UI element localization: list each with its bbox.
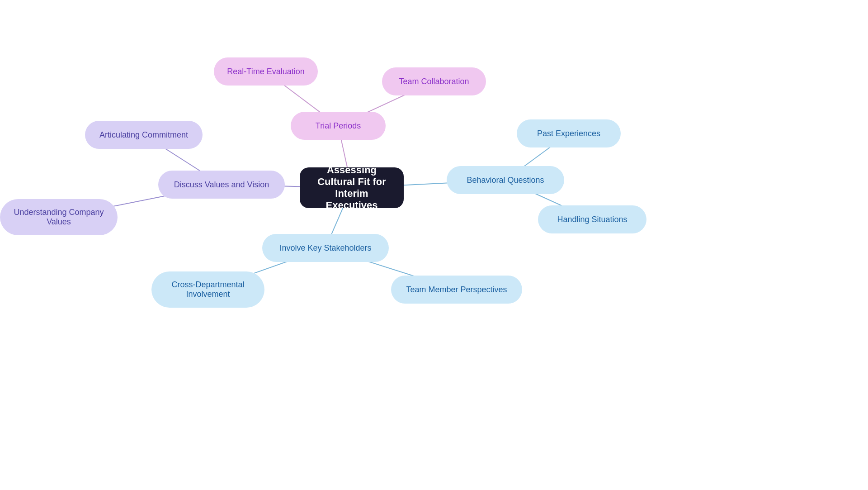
node-involve-key-stakeholders[interactable]: Involve Key Stakeholders bbox=[262, 234, 389, 262]
node-articulating-commitment[interactable]: Articulating Commitment bbox=[85, 121, 203, 149]
node-team-member-perspectives[interactable]: Team Member Perspectives bbox=[391, 276, 522, 304]
node-trial-periods[interactable]: Trial Periods bbox=[291, 112, 386, 140]
node-cross-departmental[interactable]: Cross-Departmental Involvement bbox=[151, 271, 264, 308]
node-past-experiences[interactable]: Past Experiences bbox=[517, 119, 621, 147]
node-real-time-evaluation[interactable]: Real-Time Evaluation bbox=[214, 57, 318, 86]
node-discuss-values[interactable]: Discuss Values and Vision bbox=[158, 171, 285, 199]
center-node[interactable]: Assessing Cultural Fit for Interim Execu… bbox=[300, 167, 404, 208]
node-understanding-company-values[interactable]: Understanding Company Values bbox=[0, 199, 118, 235]
mindmap-container: Assessing Cultural Fit for Interim Execu… bbox=[0, 0, 868, 490]
node-team-collaboration[interactable]: Team Collaboration bbox=[382, 67, 486, 95]
node-handling-situations[interactable]: Handling Situations bbox=[538, 205, 646, 233]
node-behavioral-questions[interactable]: Behavioral Questions bbox=[447, 166, 564, 194]
